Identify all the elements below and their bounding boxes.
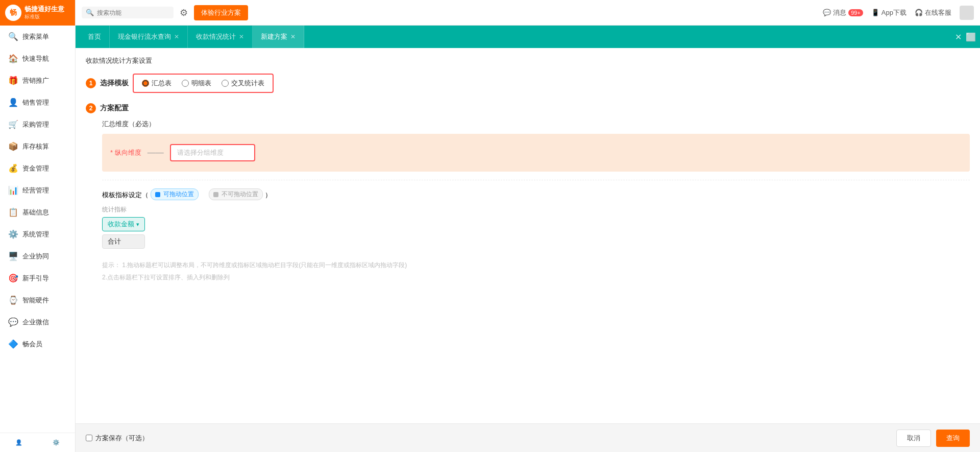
sidebar-item-marketing[interactable]: 🎁 营销推广 <box>0 69 75 91</box>
target-icon: 🎯 <box>8 273 18 283</box>
indicators-hint-row: 模板指标设定（ 可拖动位置 不可拖动位置 <box>102 188 970 200</box>
tab-receipt-stats[interactable]: 收款情况统计 ✕ <box>188 26 253 48</box>
radio-cross[interactable]: 交叉统计表 <box>222 79 264 88</box>
download-icon: 📱 <box>871 9 879 16</box>
topbar: 🔍 ⚙ 体验行业方案 💬 消息 99+ 📱 App下载 🎧 在线客服 <box>76 0 980 26</box>
cancel-button[interactable]: 取消 <box>896 430 931 447</box>
footer-buttons: 取消 查询 <box>896 430 970 447</box>
search-menu-icon: 🔍 <box>8 32 18 41</box>
nav-tabs: 首页 现金银行流水查询 ✕ 收款情况统计 ✕ 新建方案 ✕ ✕ ⬜ <box>76 26 980 48</box>
maximize-icon[interactable]: ⬜ <box>966 32 976 42</box>
sidebar-bottom-settings[interactable]: ⚙️ <box>51 437 62 448</box>
close-window-icon[interactable]: ✕ <box>955 32 962 42</box>
settings-icon[interactable]: ⚙ <box>180 7 188 18</box>
cart-icon: 🛒 <box>8 120 18 129</box>
sidebar-item-sales[interactable]: 👤 销售管理 <box>0 91 75 113</box>
close-receipt-stats-icon[interactable]: ✕ <box>239 33 244 40</box>
dimension-area: * 纵向维度 —— 请选择分组维度 <box>102 134 970 172</box>
sidebar-item-member[interactable]: 🔷 畅会员 <box>0 333 75 355</box>
watch-icon: ⌚ <box>8 295 18 305</box>
message-btn[interactable]: 💬 消息 99+ <box>823 8 863 17</box>
close-bank-flow-icon[interactable]: ✕ <box>174 33 179 40</box>
vertical-dim-label: * 纵向维度 <box>110 148 141 157</box>
sidebar: 畅 畅捷通好生意 标准版 🔍 搜索菜单 🏠 快速导航 🎁 营销推广 👤 销售管理… <box>0 0 76 452</box>
non-draggable-badge: 不可拖动位置 <box>209 188 263 200</box>
sidebar-item-purchase[interactable]: 🛒 采购管理 <box>0 113 75 135</box>
dim-select-box[interactable]: 请选择分组维度 <box>170 144 255 161</box>
clipboard-icon: 📋 <box>8 207 18 217</box>
radio-detail[interactable]: 明细表 <box>182 79 211 88</box>
money-icon: 💰 <box>8 163 18 173</box>
step2-header: 2 方案配置 <box>86 103 970 113</box>
tab-controls: ✕ ⬜ <box>955 32 976 42</box>
sidebar-item-guide[interactable]: 🎯 新手引导 <box>0 267 75 289</box>
gift-icon: 🎁 <box>8 76 18 85</box>
content-area: 收款情况统计方案设置 1 选择模板 汇总表 <box>76 48 980 423</box>
radio-detail-label: 明细表 <box>191 79 211 88</box>
message-badge: 99+ <box>848 9 863 16</box>
logo-subtitle: 标准版 <box>24 13 64 20</box>
sidebar-item-finance[interactable]: 💰 资金管理 <box>0 157 75 179</box>
search-icon: 🔍 <box>86 9 94 16</box>
logo-title: 畅捷通好生意 <box>24 5 64 13</box>
query-button[interactable]: 查询 <box>936 430 970 447</box>
radio-summary-label: 汇总表 <box>152 79 172 88</box>
indicators-label: 模板指标设定（ 可拖动位置 不可拖动位置 <box>102 188 272 200</box>
tip-2: 2.点击标题栏下拉可设置排序、插入列和删除列 <box>102 271 970 283</box>
sidebar-item-inventory[interactable]: 📦 库存核算 <box>0 135 75 157</box>
step1-header: 1 选择模板 汇总表 明细表 <box>86 74 970 93</box>
sidebar-item-basic-info[interactable]: 📋 基础信息 <box>0 201 75 223</box>
step1-section: 1 选择模板 汇总表 明细表 <box>86 74 970 93</box>
tab-home[interactable]: 首页 <box>80 26 110 48</box>
step2-section: 2 方案配置 汇总维度（必选） * 纵向维度 —— 请选择分组维度 <box>86 103 970 294</box>
close-new-plan-icon[interactable]: ✕ <box>290 33 296 40</box>
page-title: 收款情况统计方案设置 <box>86 56 970 65</box>
sidebar-item-search-menu[interactable]: 🔍 搜索菜单 <box>0 26 75 47</box>
tips-section: 提示： 1.拖动标题栏可以调整布局，不可跨维度或指标区域拖动栏目字段(只能在同一… <box>102 259 970 294</box>
home-icon: 🏠 <box>8 54 18 63</box>
chat-icon: 💬 <box>8 317 18 327</box>
indicator-tag-amount[interactable]: 收款金额 ▾ <box>102 217 145 231</box>
chevron-down-icon: ▾ <box>136 221 139 228</box>
logo-icon: 畅 <box>5 5 21 21</box>
sidebar-logo: 畅 畅捷通好生意 标准版 <box>0 0 75 26</box>
search-bar[interactable]: 🔍 <box>82 7 174 18</box>
save-plan-checkbox-input[interactable] <box>86 435 92 441</box>
service-btn[interactable]: 🎧 在线客服 <box>915 8 951 17</box>
sidebar-item-cooperation[interactable]: 🖥️ 企业协同 <box>0 245 75 267</box>
tab-bank-flow[interactable]: 现金银行流水查询 ✕ <box>110 26 188 48</box>
sidebar-item-quick-nav[interactable]: 🏠 快速导航 <box>0 47 75 69</box>
radio-summary[interactable]: 汇总表 <box>142 79 172 88</box>
person-icon: 👤 <box>8 98 18 107</box>
dimension-row: * 纵向维度 —— 请选择分组维度 <box>110 144 962 161</box>
indicator-group: 统计指标 收款金额 ▾ 合计 <box>102 205 970 249</box>
chart-icon: 📊 <box>8 185 18 195</box>
download-btn[interactable]: 📱 App下载 <box>871 8 906 17</box>
tip-1: 提示： 1.拖动标题栏可以调整布局，不可跨维度或指标区域拖动栏目字段(只能在同一… <box>102 259 970 271</box>
trial-btn[interactable]: 体验行业方案 <box>194 5 248 20</box>
sidebar-item-hardware[interactable]: ⌚ 智能硬件 <box>0 289 75 311</box>
radio-cross-label: 交叉统计表 <box>231 79 264 88</box>
sidebar-item-operations[interactable]: 📊 经营管理 <box>0 179 75 201</box>
sidebar-bottom-user[interactable]: 👤 <box>13 437 24 448</box>
sidebar-item-wechat[interactable]: 💬 企业微信 <box>0 311 75 333</box>
footer-bar: 方案保存（可选） 取消 查询 <box>76 423 980 452</box>
template-select-box: 汇总表 明细表 交叉统计表 <box>133 74 274 93</box>
main-area: 🔍 ⚙ 体验行业方案 💬 消息 99+ 📱 App下载 🎧 在线客服 首页 <box>76 0 980 452</box>
user-avatar[interactable] <box>960 6 974 20</box>
sidebar-bottom: 👤 ⚙️ <box>0 433 75 452</box>
gear-icon: ⚙️ <box>8 229 18 239</box>
dim-arrow: —— <box>148 148 164 157</box>
step1-num: 1 <box>86 78 96 88</box>
content-inner: 收款情况统计方案设置 1 选择模板 汇总表 <box>76 48 980 423</box>
step2-num: 2 <box>86 103 96 113</box>
tab-new-plan[interactable]: 新建方案 ✕ <box>253 26 304 48</box>
service-icon: 🎧 <box>915 9 923 16</box>
indicator-group-title: 统计指标 <box>102 205 970 214</box>
save-plan-checkbox[interactable]: 方案保存（可选） <box>86 434 149 443</box>
diamond-icon: 🔷 <box>8 339 18 349</box>
indicator-sub-total: 合计 <box>102 234 145 249</box>
search-input[interactable] <box>97 9 163 16</box>
sidebar-item-system[interactable]: ⚙️ 系统管理 <box>0 223 75 245</box>
draggable-badge: 可拖动位置 <box>151 188 199 200</box>
